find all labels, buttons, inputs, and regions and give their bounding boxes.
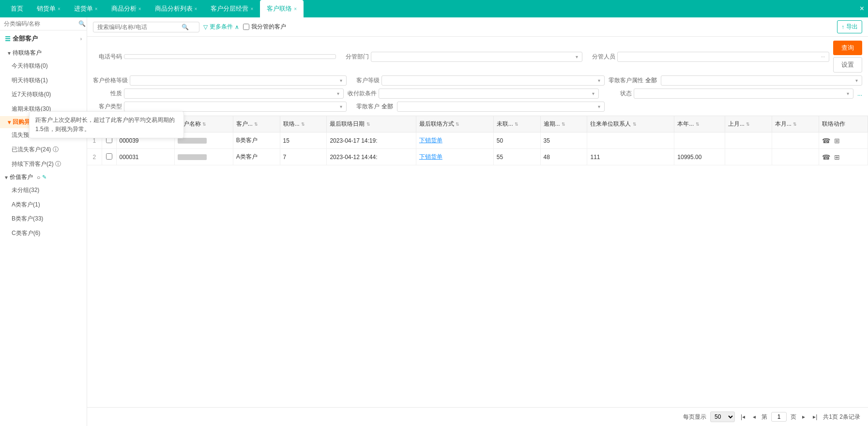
sidebar-item-class-c[interactable]: C类客户(6) [0,226,87,241]
manager-input[interactable]: ··· [617,52,829,62]
pagination: 每页显示 50 100 200 |◂ ◂ 第 页 ▸ ▸| 共1页 2条记录 [87,407,868,426]
filter-retail-customer: 零散客户 全部 ▾ [350,102,604,112]
th-contacts: 联络... ⇅ [280,116,327,132]
filter-icon: ▽ [203,24,208,30]
close-icon[interactable]: × [195,6,198,12]
filter-dept: 分管部门 ▾ [340,52,583,62]
more-action-icon[interactable]: ⊞ [834,153,840,161]
close-icon[interactable]: × [95,6,98,12]
sidebar-search-area: 🔍 [0,17,87,30]
close-icon[interactable]: × [138,6,141,12]
sort-icon: ⇅ [793,122,797,127]
cell-overdue-2: 48 [540,149,587,165]
gender-select[interactable]: ▾ [124,88,344,99]
cell-contacts-person-2: 111 [587,149,674,165]
edit-icon[interactable]: ✎ [42,174,46,180]
chevron-down-icon: ▾ [5,174,8,181]
set-button[interactable]: 设置 [833,57,862,73]
th-last-method: 最后联络方式 ⇅ [416,116,493,132]
sidebar-group-pending[interactable]: ▾ 待联络客户 [0,47,87,59]
filter-price-level: 客户价格等级 ▾ [93,75,347,86]
phone-input[interactable] [124,54,336,59]
tab-product-analysis-list[interactable]: 商品分析列表 × [148,0,204,17]
sidebar-item-class-b[interactable]: B类客户(33) [0,212,87,226]
more-conditions-button[interactable]: ▽ 更多条件 ∧ [203,23,239,31]
more-action-icon[interactable]: ⊞ [834,137,840,145]
customer-level-select[interactable]: ▾ [381,75,604,86]
table-area: ⚙ 客户编码 ⇅ 客户名称 ⇅ 客户... [87,116,868,407]
close-icon[interactable]: × [250,6,253,12]
retail-customer-select[interactable]: ▾ [397,102,604,112]
circle-icon: ○ [37,174,40,181]
sidebar-item-today[interactable]: 今天待联络(0) [0,59,87,73]
cell-type-1: B类客户 [233,132,280,149]
filter-payment: 收付款条件 ▾ [348,88,598,99]
sort-icon: ⇅ [515,122,518,127]
sidebar-item-7days[interactable]: 近7天待联络(0) [0,88,87,102]
sort-icon: ⇅ [254,122,258,127]
toolbar: 🔍 ▽ 更多条件 ∧ 我分管的客户 ↑ 导出 [87,17,868,37]
my-customers-check[interactable] [243,24,249,30]
chevron-down-icon: ▾ [8,50,11,57]
table-row: 1 000039 ████ B类客户 15 2023-04-17 14:19: … [87,132,868,149]
th-overdue: 逾期... ⇅ [540,116,587,132]
sidebar-item-churned[interactable]: 已流失客户(24) ⓘ [0,143,87,157]
tab-home[interactable]: 首页 [4,0,30,17]
tab-purchase-order[interactable]: 进货单 × [67,0,105,17]
status-select[interactable]: ▾ [634,88,853,99]
tab-customer-contact[interactable]: 客户联络 × [260,0,304,17]
cell-last-month-1 [725,132,772,149]
search-input[interactable] [97,24,180,30]
window-close-button[interactable]: × [860,4,864,13]
sidebar-group-value[interactable]: ▾ 价值客户 ○ ✎ [0,171,87,183]
tooltip-text: 距客户上次交易时长，超过了此客户的平均交易周期的1.5倍，则视为异常。 [35,117,175,132]
query-button[interactable]: 查询 [833,41,862,55]
sidebar-item-declining[interactable]: 持续下滑客户(2) ⓘ [0,157,87,172]
page-number-input[interactable] [771,412,787,422]
close-icon[interactable]: × [294,6,297,12]
cell-last-method-1[interactable]: 下销货单 [416,132,493,149]
filter-gender: 性质 ▾ [93,88,344,99]
page-size-select[interactable]: 50 100 200 [710,411,735,422]
close-icon[interactable]: × [58,6,61,12]
filter-row-3: 性质 ▾ 收付款条件 ▾ 状态 ▾ ... [93,88,862,99]
filter-row-4: 客户类型 ▾ 零散客户 全部 ▾ [93,102,862,112]
collapse-icon[interactable]: › [80,36,82,42]
last-page-button[interactable]: ▸| [811,412,819,421]
first-page-button[interactable]: |◂ [739,412,747,421]
export-button[interactable]: ↑ 导出 [837,20,862,33]
more-filter-btn[interactable]: ... [857,90,862,97]
filter-customer-level: 客户等级 ▾ [350,75,604,86]
cell-this-month-1 [772,132,819,149]
sidebar-search-input[interactable] [4,20,76,27]
row-checkbox-2[interactable] [102,149,116,165]
my-customers-checkbox[interactable]: 我分管的客户 [243,23,286,31]
sidebar-all-customers[interactable]: ☰ 全部客户 › [0,30,87,47]
prev-page-button[interactable]: ◂ [751,412,758,421]
payment-select[interactable]: ▾ [379,88,598,99]
tab-product-analysis[interactable]: 商品分析 × [105,0,148,17]
contact-icon[interactable]: ☎ [822,153,830,161]
sidebar-item-class-a[interactable]: A类客户(1) [0,198,87,212]
sidebar-item-ungrouped[interactable]: 未分组(32) [0,183,87,198]
dept-select[interactable]: ▾ [371,52,583,62]
th-action: 联络动作 [819,116,868,132]
cell-name-2: ████ [174,149,233,165]
next-page-button[interactable]: ▸ [800,412,807,421]
cell-last-month-2 [725,149,772,165]
sidebar-item-tomorrow[interactable]: 明天待联络(1) [0,73,87,88]
sort-icon: ⇅ [456,122,459,127]
tooltip-box: 距客户上次交易时长，超过了此客户的平均交易周期的1.5倍，则视为异常。 [29,111,184,138]
retail-attr-select[interactable]: ▾ [661,75,862,86]
cell-last-method-2[interactable]: 下销货单 [416,149,493,165]
th-this-year: 本年... ⇅ [674,116,725,132]
search-icon: 🔍 [78,20,86,27]
customer-type-select[interactable]: ▾ [124,102,347,112]
filter-customer-type: 客户类型 ▾ [93,102,347,112]
table-row: 2 000031 ████ A类客户 7 2023-04-12 14:44: 下… [87,149,868,165]
contact-icon[interactable]: ☎ [822,137,830,145]
tab-customer-tier[interactable]: 客户分层经营 × [204,0,260,17]
price-level-select[interactable]: ▾ [130,75,347,86]
tab-sales-order[interactable]: 销货单 × [30,0,67,17]
sort-icon: ⇅ [562,122,565,127]
